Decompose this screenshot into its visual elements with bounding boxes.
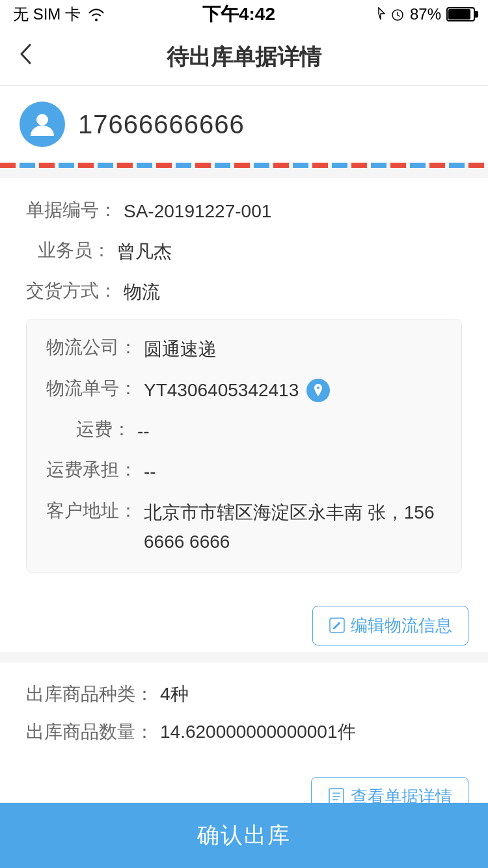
delivery-method-row: 交货方式： 物流 <box>26 278 462 306</box>
person-icon <box>28 110 57 139</box>
status-carrier: 无 SIM 卡 <box>13 4 105 25</box>
dashed-divider <box>0 163 488 168</box>
tracking-number-value: YT43064053424​13 <box>144 376 442 405</box>
salesperson-row: 业务员： 曾凡杰 <box>26 238 462 265</box>
logistics-company-label: 物流公司： <box>46 335 137 360</box>
tracking-number-label: 物流单号： <box>46 376 137 401</box>
freight-row: 运费： -- <box>46 417 442 446</box>
customer-phone: 17666666666 <box>78 110 245 139</box>
logistics-company-value: 圆通速递 <box>144 335 442 364</box>
alarm-icon <box>390 7 405 21</box>
freight-bear-value: -- <box>144 457 442 487</box>
status-right-group: 87% <box>372 5 475 23</box>
freight-bear-row: 运费承担： -- <box>46 457 442 487</box>
delivery-method-value: 物流 <box>124 278 462 306</box>
customer-header: 17666666666 <box>0 86 488 163</box>
freight-value: -- <box>137 417 442 446</box>
goods-quantity-row: 出库商品数量： 14.620000000000001件 <box>26 720 462 744</box>
delivery-method-label: 交货方式： <box>26 278 117 303</box>
document-number-value: SA-20191227-001 <box>124 198 462 225</box>
confirm-button-label: 确认出库 <box>197 821 291 850</box>
freight-bear-label: 运费承担： <box>46 457 137 482</box>
order-info-section: 单据编号： SA-20191227-001 业务员： 曾凡杰 交货方式： 物流 … <box>0 178 488 593</box>
tracking-number-row: 物流单号： YT43064053424​13 <box>46 376 442 405</box>
page-title: 待出库单据详情 <box>167 42 321 72</box>
wifi-icon <box>87 7 105 21</box>
goods-type-value: 4种 <box>160 682 189 707</box>
document-number-row: 单据编号： SA-20191227-001 <box>26 198 462 225</box>
document-number-label: 单据编号： <box>26 198 117 223</box>
freight-label: 运费： <box>46 417 131 442</box>
edit-logistics-row: 编辑物流信息 <box>0 593 488 652</box>
nav-bar: 待出库单据详情 <box>0 29 488 86</box>
goods-quantity-label: 出库商品数量： <box>26 720 154 744</box>
back-button[interactable] <box>18 42 33 72</box>
edit-icon <box>329 617 346 634</box>
logistics-card: 物流公司： 圆通速递 物流单号： YT43064053424​13 运费： -- <box>26 319 462 573</box>
battery-icon <box>446 7 475 21</box>
goods-type-row: 出库商品种类： 4种 <box>26 682 462 707</box>
status-bar: 无 SIM 卡 下午4:42 87% <box>0 0 488 29</box>
goods-section: 出库商品种类： 4种 出库商品数量： 14.620000000000001件 <box>0 662 488 764</box>
logistics-company-row: 物流公司： 圆通速递 <box>46 335 442 364</box>
confirm-button[interactable]: 确认出库 <box>0 803 488 868</box>
svg-point-1 <box>36 114 48 126</box>
battery-percent: 87% <box>410 5 441 23</box>
salesperson-label: 业务员： <box>26 238 111 263</box>
edit-logistics-label: 编辑物流信息 <box>351 614 452 637</box>
location-arrow-icon <box>372 7 385 21</box>
location-pin-icon[interactable] <box>306 379 330 402</box>
address-value: 北京市市辖区海淀区永丰南 张，156 6666 6666 <box>144 498 442 557</box>
time-text: 下午4:42 <box>202 4 275 24</box>
address-label: 客户地址： <box>46 498 137 523</box>
salesperson-value: 曾凡杰 <box>117 238 462 265</box>
goods-quantity-value: 14.620000000000001件 <box>160 720 356 744</box>
section-divider <box>0 652 488 662</box>
goods-type-label: 出库商品种类： <box>26 682 154 707</box>
avatar <box>20 102 65 147</box>
carrier-text: 无 SIM 卡 <box>13 4 81 25</box>
edit-logistics-button[interactable]: 编辑物流信息 <box>312 606 468 645</box>
address-row: 客户地址： 北京市市辖区海淀区永丰南 张，156 6666 6666 <box>46 498 442 557</box>
status-time: 下午4:42 <box>202 2 275 27</box>
